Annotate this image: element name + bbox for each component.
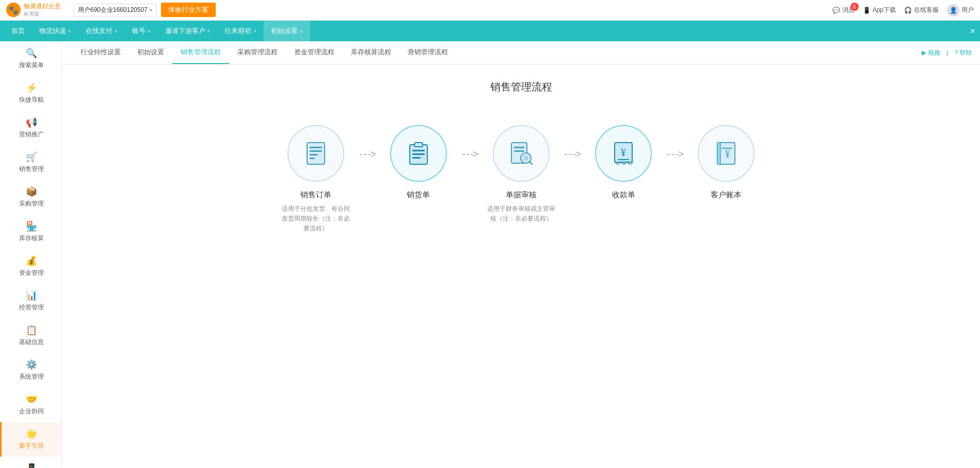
- sidebar-item-quicknav[interactable]: ⚡ 快捷导航: [0, 76, 61, 111]
- nav-tab-3[interactable]: 账号 ×: [125, 21, 158, 41]
- nav-tab-close-icon[interactable]: ×: [115, 28, 118, 34]
- close-all-icon[interactable]: ✕: [970, 27, 976, 35]
- sub-tab-3[interactable]: 采购管理流程: [229, 41, 286, 64]
- process-step-3[interactable]: ¥ 收款单: [582, 125, 665, 204]
- sidebar-label-quicknav: 快捷导航: [19, 96, 44, 104]
- step-circle-2: [493, 125, 550, 182]
- sidebar-icon-appstore: 📱: [26, 463, 37, 468]
- sidebar-icon-purchase: 📦: [26, 186, 37, 197]
- sidebar-item-search[interactable]: 🔍 搜索菜单: [0, 41, 61, 76]
- svg-rect-9: [412, 157, 421, 159]
- sub-tab-6[interactable]: 营销管理流程: [399, 41, 456, 64]
- sidebar-icon-sales: 🛒: [26, 151, 37, 163]
- nav-tab-1[interactable]: 物流快递 ×: [32, 21, 78, 41]
- chevron-down-icon: ▾: [150, 7, 152, 13]
- nav-tab-close-icon[interactable]: ×: [207, 28, 211, 34]
- sidebar-item-purchase[interactable]: 📦 采购管理: [0, 180, 61, 214]
- svg-rect-20: [717, 143, 720, 164]
- nav-tab-close-icon[interactable]: ×: [300, 28, 303, 34]
- step-circle-1: [390, 125, 447, 182]
- svg-rect-18: [618, 159, 629, 160]
- process-step-4[interactable]: ¥ 客户账本: [685, 125, 767, 204]
- svg-rect-4: [310, 158, 315, 159]
- nav-tab-6[interactable]: 初始设置 ×: [264, 21, 310, 41]
- logo-text: 畅康通好生意: [24, 3, 61, 10]
- top-bar-right: 💬 消息 6 📱 App下载 🎧 在线客服 👤 用户: [832, 4, 974, 17]
- sidebar-item-finance[interactable]: 💰 资金管理: [0, 249, 61, 284]
- nav-tab-close-icon[interactable]: ×: [148, 28, 151, 34]
- svg-rect-1: [310, 147, 322, 148]
- trial-button[interactable]: 体验行业方案: [161, 3, 216, 17]
- sub-tab-5[interactable]: 库存核算流程: [343, 41, 399, 64]
- sidebar-icon-operations: 📊: [26, 290, 37, 301]
- user-avatar-item[interactable]: 👤 用户: [947, 4, 974, 17]
- svg-rect-3: [310, 154, 318, 155]
- message-badge: 6: [850, 3, 859, 11]
- app-download-item[interactable]: 📱 App下载: [863, 6, 896, 14]
- user-selector-text: 用户690企业1660120507: [78, 6, 148, 14]
- sidebar: 🔍 搜索菜单 ⚡ 快捷导航 📢 营销推广 🛒 销售管理 📦 采购管理 🏪 库存核…: [0, 41, 62, 468]
- nav-tab-0[interactable]: 首页: [4, 21, 32, 41]
- step-circle-3: ¥: [595, 125, 652, 182]
- nav-tabs: 首页物流快递 ×在线支付 ×账号 ×邀请下游客户 ×往来期初 ×初始设置 × ✕: [0, 21, 980, 41]
- sidebar-item-basic[interactable]: 📋 基础信息: [0, 318, 61, 353]
- sidebar-label-finance: 资金管理: [19, 269, 44, 277]
- sidebar-item-marketing[interactable]: 📢 营销推广: [0, 111, 61, 145]
- process-step-0[interactable]: 销售订单 适用于分批发货、有合同发货周期较长（注：非必要流程）: [275, 125, 357, 234]
- sidebar-item-operations[interactable]: 📊 经营管理: [0, 284, 61, 318]
- nav-tab-2[interactable]: 在线支付 ×: [78, 21, 125, 41]
- video-label: 视频: [928, 49, 940, 57]
- sidebar-icon-system: ⚙️: [26, 359, 37, 370]
- video-icon: ▶: [922, 49, 926, 56]
- online-service-label: 在线客服: [914, 6, 939, 14]
- message-item[interactable]: 💬 消息 6: [832, 6, 855, 14]
- video-action[interactable]: ▶ 视频: [922, 49, 940, 57]
- online-service-item[interactable]: 🎧 在线客服: [904, 6, 939, 14]
- nav-tab-close-icon[interactable]: ×: [68, 28, 71, 34]
- svg-rect-12: [514, 150, 524, 152]
- sidebar-icon-collab: 🤝: [26, 394, 37, 405]
- arrow-icon: - - ->: [565, 148, 581, 160]
- sidebar-item-system[interactable]: ⚙️ 系统管理: [0, 353, 61, 387]
- step-name-0: 销售订单: [300, 190, 331, 200]
- logo-sub: 标准版: [24, 10, 61, 18]
- sidebar-label-sales: 销售管理: [19, 165, 44, 174]
- svg-point-14: [523, 155, 528, 161]
- step-arrow-2: - - ->: [563, 148, 583, 160]
- nav-tab-label: 物流快递: [39, 26, 66, 36]
- sub-tab-4[interactable]: 资金管理流程: [286, 41, 343, 64]
- nav-tab-4[interactable]: 邀请下游客户 ×: [158, 21, 218, 41]
- sidebar-label-basic: 基础信息: [19, 338, 44, 347]
- svg-rect-0: [307, 143, 325, 164]
- sub-tab-0[interactable]: 行业特性设置: [72, 41, 129, 64]
- svg-line-15: [529, 162, 532, 164]
- sidebar-item-sales[interactable]: 🛒 销售管理: [0, 145, 61, 180]
- sidebar-icon-search: 🔍: [26, 48, 37, 59]
- sidebar-label-search: 搜索菜单: [19, 61, 44, 70]
- sidebar-items: 🔍 搜索菜单 ⚡ 快捷导航 📢 营销推广 🛒 销售管理 📦 采购管理 🏪 库存核…: [0, 41, 61, 468]
- svg-text:¥: ¥: [725, 148, 730, 160]
- top-bar: 🐾 畅康通好生意 标准版 用户690企业1660120507 ▾ 体验行业方案 …: [0, 0, 980, 21]
- user-label: 用户: [961, 6, 974, 14]
- step-name-2: 单据审核: [506, 190, 537, 200]
- sidebar-item-inventory[interactable]: 🏪 库存核算: [0, 214, 61, 249]
- sidebar-icon-quicknav: ⚡: [26, 82, 37, 93]
- process-step-1[interactable]: 销货单: [377, 125, 460, 204]
- sidebar-item-guide[interactable]: 🌟 新手引导: [0, 422, 61, 457]
- sub-tab-1[interactable]: 初始设置: [129, 41, 172, 64]
- step-desc-0: 适用于分批发货、有合同发货周期较长（注：非必要流程）: [280, 204, 352, 234]
- arrow-icon: - - ->: [359, 148, 375, 160]
- download-icon: 📱: [863, 7, 871, 14]
- process-step-2[interactable]: 单据审核 适用于财务审核或主管审核（注：非必要流程）: [480, 125, 563, 224]
- sidebar-label-guide: 新手引导: [19, 442, 44, 450]
- process-content: 销售管理流程 销售订单 适用于分批发货、有合同发货周期较长（注：非必要流程） -…: [62, 65, 980, 468]
- svg-rect-2: [310, 150, 322, 152]
- sub-tab-2[interactable]: 销售管理流程: [172, 41, 229, 64]
- sidebar-item-appstore[interactable]: 📱 应用中心: [0, 457, 61, 468]
- help-action[interactable]: ? 帮助: [954, 49, 972, 57]
- user-selector[interactable]: 用户690企业1660120507 ▾: [73, 4, 157, 17]
- nav-tab-5[interactable]: 往来期初 ×: [217, 21, 264, 41]
- nav-tab-close-icon[interactable]: ×: [253, 28, 256, 34]
- svg-rect-8: [412, 153, 425, 155]
- sidebar-item-collab[interactable]: 🤝 企业协同: [0, 387, 61, 422]
